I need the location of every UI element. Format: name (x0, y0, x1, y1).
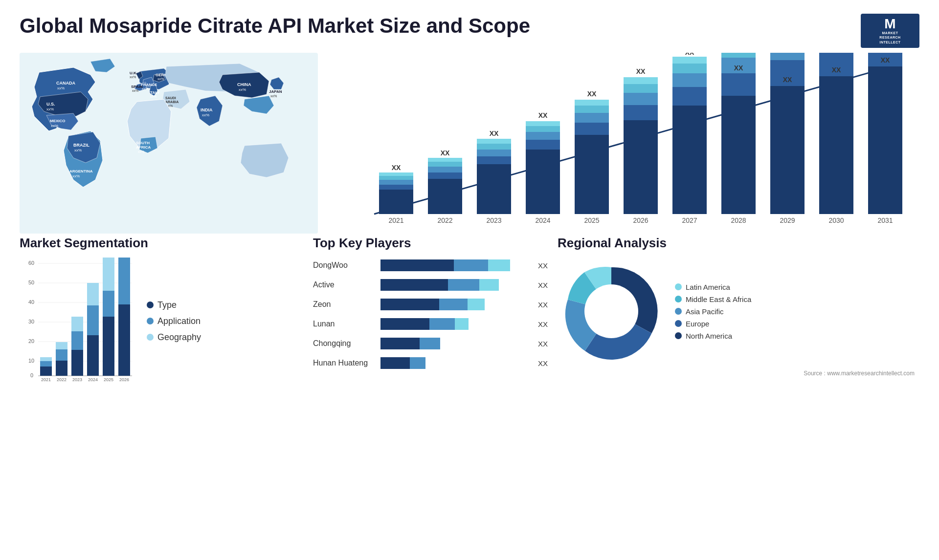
svg-rect-51 (477, 150, 511, 156)
svg-text:2027: 2027 (682, 216, 697, 224)
svg-rect-93 (819, 76, 853, 214)
svg-rect-60 (526, 121, 560, 126)
segmentation-chart: 60 50 40 30 20 10 0 (20, 258, 137, 385)
svg-text:XX: XX (538, 111, 548, 119)
player-value-chongqing: XX (538, 340, 548, 348)
svg-rect-63 (575, 135, 609, 214)
latin-dot (675, 283, 682, 290)
svg-text:2023: 2023 (72, 377, 82, 382)
svg-rect-73 (624, 84, 658, 93)
svg-rect-137 (118, 304, 130, 376)
svg-text:ARGENTINA: ARGENTINA (69, 169, 93, 173)
reg-item-na: North America (675, 332, 751, 340)
legend-application: Application (147, 316, 201, 326)
svg-rect-119 (40, 357, 52, 361)
svg-text:2022: 2022 (437, 216, 452, 224)
svg-text:xx%: xx% (138, 150, 144, 153)
svg-rect-91 (770, 53, 805, 60)
svg-text:2022: 2022 (57, 377, 67, 382)
svg-text:50: 50 (28, 280, 34, 285)
svg-rect-74 (624, 77, 658, 84)
svg-text:xx%: xx% (239, 87, 246, 92)
svg-text:xx%: xx% (157, 77, 164, 81)
logo-letter: M (884, 17, 895, 31)
svg-text:xx%: xx% (132, 89, 138, 92)
svg-rect-96 (868, 66, 902, 214)
svg-rect-143 (380, 279, 448, 291)
regional-title: Regional Analysis (558, 236, 919, 251)
mea-label: Middle East & Africa (686, 295, 751, 303)
svg-rect-135 (103, 258, 114, 291)
svg-text:20: 20 (28, 338, 34, 344)
geography-label: Geography (157, 332, 201, 343)
svg-rect-36 (379, 185, 413, 190)
application-dot (147, 318, 154, 324)
svg-text:SPAIN: SPAIN (131, 85, 143, 89)
svg-text:xx%: xx% (72, 174, 80, 178)
player-row-lunan: Lunan XX (313, 316, 548, 332)
svg-rect-39 (379, 172, 413, 176)
svg-rect-154 (380, 357, 410, 369)
player-bar-zeon (380, 297, 532, 312)
svg-rect-67 (575, 100, 609, 106)
svg-text:SOUTH: SOUTH (136, 141, 150, 145)
svg-text:FRANCE: FRANCE (141, 83, 157, 87)
svg-rect-38 (379, 176, 413, 180)
svg-rect-118 (40, 361, 52, 366)
svg-rect-43 (428, 172, 462, 179)
legend-geography: Geography (147, 332, 201, 343)
svg-rect-117 (40, 366, 52, 376)
svg-text:xx%: xx% (150, 95, 156, 98)
svg-text:2025: 2025 (104, 377, 113, 382)
apac-label: Asia Pacific (686, 307, 724, 316)
player-name-active: Active (313, 280, 377, 289)
svg-rect-77 (672, 106, 707, 214)
player-bar-chongqing (380, 336, 532, 351)
player-name-zeon: Zeon (313, 300, 377, 309)
player-row-zeon: Zeon XX (313, 297, 548, 312)
svg-rect-66 (575, 106, 609, 113)
svg-text:2030: 2030 (828, 216, 844, 224)
svg-text:xx%: xx% (202, 113, 209, 117)
na-label: North America (686, 332, 732, 340)
svg-text:AFRICA: AFRICA (136, 145, 151, 150)
world-map-svg: CANADA xx% U.S. xx% MEXICO xx% BRAZIL xx… (20, 53, 318, 234)
logo-box: M MARKETRESEARCHINTELLECT (861, 14, 919, 48)
players-title: Top Key Players (313, 236, 548, 251)
reg-item-apac: Asia Pacific (675, 307, 751, 316)
svg-rect-125 (71, 350, 83, 376)
player-value-dongwoo: XX (538, 261, 548, 270)
regional-area: Latin America Middle East & Africa Asia … (558, 258, 919, 365)
svg-rect-64 (575, 123, 609, 135)
svg-text:U.K.: U.K. (130, 71, 137, 75)
svg-rect-133 (103, 317, 114, 376)
svg-rect-80 (672, 64, 707, 73)
main-bar-chart-section: XX 2021 XX 2022 XX 2023 XX 20 (333, 53, 919, 240)
svg-text:XX: XX (490, 129, 499, 137)
source-text: Source : www.marketresearchintellect.com (558, 370, 919, 377)
svg-text:2026: 2026 (119, 377, 129, 382)
player-value-active: XX (538, 281, 548, 289)
map-section: CANADA xx% U.S. xx% MEXICO xx% BRAZIL xx… (20, 53, 333, 240)
main-bar-chart: XX 2021 XX 2022 XX 2023 XX 20 (342, 53, 919, 238)
svg-text:ARABIA: ARABIA (165, 100, 179, 104)
svg-rect-70 (624, 120, 658, 214)
svg-text:2029: 2029 (780, 216, 795, 224)
svg-text:xx%: xx% (142, 87, 148, 90)
svg-rect-50 (477, 156, 511, 164)
svg-rect-152 (380, 338, 420, 349)
svg-rect-138 (118, 258, 130, 304)
page-title: Global Mosapride Citrate API Market Size… (20, 14, 530, 38)
svg-text:40: 40 (28, 299, 34, 305)
player-row-hunan: Hunan Huateng XX (313, 355, 548, 371)
svg-rect-123 (56, 342, 67, 349)
europe-dot (675, 320, 682, 327)
player-row-chongqing: Chongqing XX (313, 336, 548, 351)
svg-rect-142 (488, 259, 510, 271)
svg-text:2024: 2024 (535, 216, 550, 224)
svg-text:10: 10 (28, 358, 34, 364)
svg-rect-155 (410, 357, 425, 369)
svg-rect-122 (56, 349, 67, 361)
svg-rect-85 (721, 73, 756, 96)
svg-rect-144 (448, 279, 479, 291)
